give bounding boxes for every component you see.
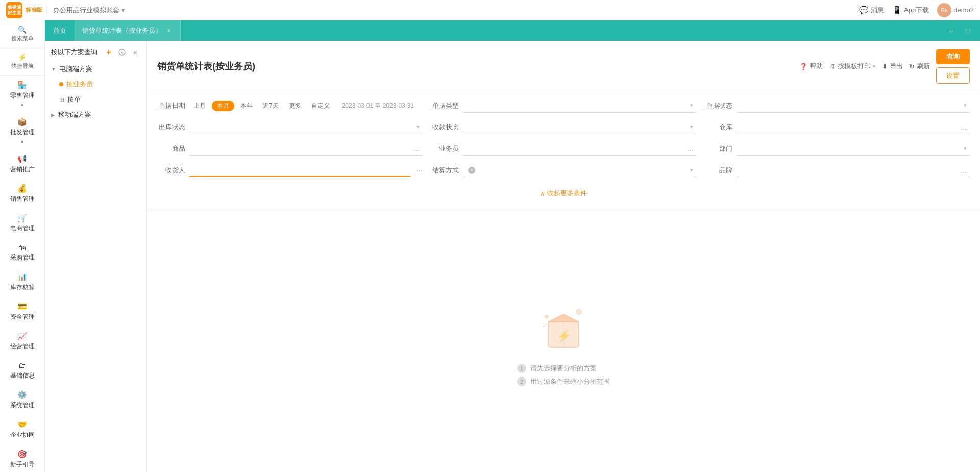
goods-more-dots[interactable]: ...: [413, 145, 420, 153]
date-tab-this-month[interactable]: 本月: [212, 101, 234, 111]
empty-illustration: ⚡: [533, 296, 594, 358]
scheme-add-btn[interactable]: +: [104, 47, 114, 57]
sidebar-item-sales[interactable]: 💰 销售管理: [0, 179, 44, 208]
sidebar-item-purchase[interactable]: 🛍 采购管理: [0, 238, 44, 267]
sidebar-item-retail[interactable]: 🏪 零售管理 ▲: [0, 76, 44, 112]
help-btn[interactable]: ❓ 帮助: [799, 62, 823, 71]
receiver-more-dots[interactable]: ···: [416, 166, 423, 174]
svg-text:✎: ✎: [120, 51, 124, 55]
scheme-group-mobile-header[interactable]: ▶ 移动端方案: [45, 107, 146, 123]
scheme-item-salesperson[interactable]: 按业务员: [45, 77, 146, 92]
print-icon: 🖨: [829, 63, 836, 70]
collapse-btn[interactable]: ∧ 收起更多条件: [157, 184, 970, 202]
sidebar-item-cooperation[interactable]: 🤝 企业协同: [0, 415, 44, 444]
tab-minimize-btn[interactable]: ─: [945, 25, 958, 37]
finance-icon: 💳: [17, 302, 27, 311]
sidebar-item-inventory[interactable]: 📊 库存核算: [0, 267, 44, 297]
username-label: demo2: [953, 6, 974, 14]
help-label: 帮助: [810, 62, 823, 71]
svg-point-7: [545, 315, 548, 318]
goods-select[interactable]: ...: [189, 141, 423, 156]
scheme-actions: + ✎ «: [104, 47, 140, 57]
refresh-btn[interactable]: ↻ 刷新: [909, 62, 930, 71]
date-tab-7days[interactable]: 近7天: [259, 101, 283, 111]
salesperson-more-dots[interactable]: ...: [687, 145, 693, 153]
department-chevron: ▾: [964, 145, 967, 152]
retail-label: 零售管理: [10, 91, 35, 100]
tab-active[interactable]: 销货单统计表（按业务员） ×: [75, 20, 181, 41]
doc-status-chevron: ▾: [964, 102, 967, 109]
ecommerce-label: 电商管理: [10, 224, 35, 233]
scheme-panel: 按以下方案查询 + ✎ «: [45, 41, 147, 472]
doc-type-select[interactable]: ▾: [463, 99, 696, 113]
query-button[interactable]: 查询: [936, 49, 970, 64]
scheme-group-pc-header[interactable]: ▼ 电脑端方案: [45, 61, 146, 77]
sidebar-search-btn[interactable]: 🔍 搜索菜单: [0, 20, 44, 48]
receive-status-select[interactable]: ▾: [463, 120, 696, 134]
doc-status-select[interactable]: ▾: [737, 99, 970, 113]
topbar-right: 💬 消息 📱 App下载 Ea demo2: [859, 3, 974, 17]
print-btn[interactable]: 🖨 按模板打印 ▾: [829, 62, 876, 71]
settlement-select[interactable]: × ▾: [463, 163, 696, 177]
scheme-item-by-doc[interactable]: ⊞ 按单: [45, 92, 146, 107]
action-buttons: 查询 设置: [936, 49, 970, 84]
content-area: 首页 销货单统计表（按业务员） × ─ □ 按以下方案查询 +: [45, 20, 980, 472]
message-btn[interactable]: 💬 消息: [859, 6, 884, 15]
dropdown-icon[interactable]: ▾: [121, 6, 125, 14]
tab-maximize-btn[interactable]: □: [962, 25, 974, 37]
salesperson-select[interactable]: ...: [463, 141, 696, 156]
nav-icon: ⚡: [0, 53, 44, 61]
warehouse-label: 仓库: [704, 123, 732, 132]
retail-icon: 🏪: [17, 81, 27, 90]
user-area[interactable]: Ea demo2: [937, 3, 974, 17]
tab-home[interactable]: 首页: [45, 20, 75, 41]
sidebar-item-marketing[interactable]: 📢 营销推广: [0, 149, 44, 179]
date-tab-last-month[interactable]: 上月: [189, 101, 210, 111]
cooperation-icon: 🤝: [17, 420, 27, 429]
empty-hints: 1 请先选择要分析的方案 2 用过滤条件来缩小分析范围: [517, 364, 610, 386]
wholesale-icon: 📦: [17, 117, 27, 127]
settings-button[interactable]: 设置: [936, 67, 970, 84]
operations-label: 经营管理: [10, 342, 35, 351]
sidebar-item-operations[interactable]: 📈 经营管理: [0, 326, 44, 356]
sidebar-item-basic[interactable]: 🗂 基础信息: [0, 356, 44, 385]
sidebar-item-ecommerce[interactable]: 🛒 电商管理: [0, 208, 44, 238]
out-status-chevron: ▾: [416, 124, 420, 130]
date-tab-more[interactable]: 更多: [285, 101, 305, 111]
filter-doc-status: 单据状态 ▾: [704, 99, 970, 113]
scheme-collapse-btn[interactable]: «: [130, 47, 140, 57]
date-tab-custom[interactable]: 自定义: [307, 101, 334, 111]
scheme-edit-btn[interactable]: ✎: [117, 47, 127, 57]
goods-label: 商品: [157, 144, 185, 153]
empty-state: ⚡ 1 请先选择要分析的方案 2: [147, 210, 980, 472]
out-status-select[interactable]: ▾: [189, 120, 423, 134]
quick-nav-btn[interactable]: ⚡ 快捷导航: [0, 48, 44, 76]
system-icon: ⚙️: [17, 390, 27, 399]
purchase-label: 采购管理: [10, 253, 35, 262]
scheme-doc-label: 按单: [67, 95, 81, 104]
tab-close-btn[interactable]: ×: [165, 27, 173, 35]
tab-actions: ─ □: [939, 25, 980, 37]
filter-out-status: 出库状态 ▾: [157, 120, 423, 134]
app-download-btn[interactable]: 📱 App下载: [892, 6, 929, 15]
print-dropdown-icon[interactable]: ▾: [873, 63, 876, 70]
sidebar-item-wholesale[interactable]: 📦 批发管理 ▲: [0, 112, 44, 149]
brand-select[interactable]: ...: [737, 163, 970, 177]
date-tabs: 上月 本月 本年 近7天 更多 自定义: [189, 101, 334, 111]
sidebar-item-newuser[interactable]: 🎯 新手引导: [0, 444, 44, 472]
main-layout: 🔍 搜索菜单 ⚡ 快捷导航 🏪 零售管理 ▲ 📦 批发管理 ▲ 📢 营销推广 💰…: [0, 20, 980, 472]
doc-type-label: 单据类型: [431, 101, 459, 110]
receiver-input[interactable]: [189, 164, 410, 177]
empty-hint-2: 2 用过滤条件来缩小分析范围: [517, 377, 610, 386]
filter-settlement: 结算方式 × ▾: [431, 163, 696, 177]
date-tab-this-year[interactable]: 本年: [236, 101, 257, 111]
sidebar-item-finance[interactable]: 💳 资金管理: [0, 297, 44, 326]
department-select[interactable]: ▾: [737, 141, 970, 156]
brand-more-dots[interactable]: ...: [961, 166, 967, 174]
warehouse-more-dots[interactable]: ...: [961, 123, 967, 131]
receive-status-label: 收款状态: [431, 123, 459, 132]
sidebar-item-system[interactable]: ⚙️ 系统管理: [0, 385, 44, 415]
settlement-tag-close[interactable]: ×: [468, 167, 475, 174]
export-btn[interactable]: ⬇ 导出: [882, 62, 903, 71]
warehouse-select[interactable]: ...: [737, 120, 970, 134]
